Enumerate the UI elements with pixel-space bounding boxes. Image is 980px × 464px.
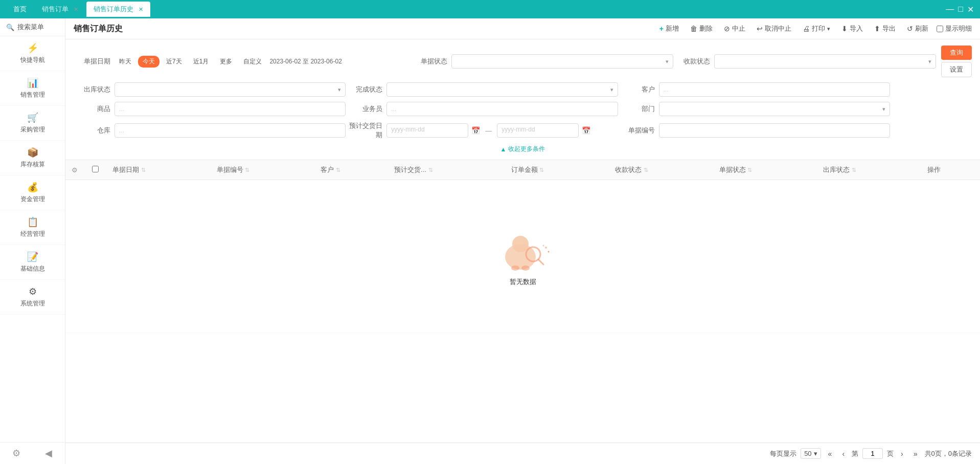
order-status-arrow: ▾ — [666, 58, 669, 65]
data-table: ⚙ 单据日期 ⇅ 单据编号 ⇅ — [65, 160, 980, 333]
delivery-date-field: yyyy-mm-dd 📅 — yyyy-mm-dd 📅 — [386, 123, 618, 138]
query-button[interactable]: 查询 — [941, 46, 972, 60]
customer-field: ... — [659, 82, 890, 97]
date-tag-1month[interactable]: 近1月 — [189, 56, 214, 68]
tab-home[interactable]: 首页 — [6, 2, 34, 17]
th-receipt-status-sort[interactable]: ⇅ — [644, 167, 648, 173]
th-number-sort[interactable]: ⇅ — [245, 167, 249, 173]
sidebar-item-base-info[interactable]: 📝 基础信息 — [0, 245, 65, 280]
close-btn[interactable]: ✕ — [967, 5, 974, 14]
sidebar-settings-btn[interactable]: ⚙ — [0, 443, 33, 464]
th-checkbox — [86, 160, 106, 180]
th-number-label: 单据编号 — [217, 166, 243, 173]
customer-input[interactable]: ... — [659, 82, 890, 97]
page-suffix: 页 — [887, 449, 894, 458]
date-tag-today[interactable]: 今天 — [138, 56, 159, 68]
tab-sales-order-history-close[interactable]: ✕ — [139, 6, 143, 13]
minimize-btn[interactable]: — — [946, 5, 954, 14]
next-page-btn[interactable]: › — [898, 449, 906, 459]
th-receipt-status-label: 收款状态 — [615, 166, 642, 173]
sidebar-item-quick-nav[interactable]: ⚡ 快捷导航 — [0, 36, 65, 71]
department-select[interactable]: ▾ — [659, 102, 890, 116]
goods-field: ... — [115, 102, 346, 116]
print-label: 打印 — [812, 24, 825, 33]
salesperson-input[interactable]: ... — [386, 102, 618, 116]
stop-button[interactable]: ⊘ 中止 — [721, 23, 748, 35]
svg-point-4 — [545, 247, 547, 249]
sidebar-item-purchase-mgmt[interactable]: 🛒 采购管理 — [0, 106, 65, 141]
tab-bar: 首页 销售订单 ✕ 销售订单历史 ✕ — [6, 2, 946, 17]
export-label: 导出 — [882, 24, 896, 33]
set-button[interactable]: 设置 — [941, 62, 972, 77]
date-tag-7days[interactable]: 近7天 — [162, 56, 187, 68]
select-all-checkbox[interactable] — [92, 166, 99, 172]
sidebar-item-finance[interactable]: 💰 资金管理 — [0, 175, 65, 210]
export-button[interactable]: ⬆ 导出 — [871, 23, 899, 35]
warehouse-input[interactable]: ... — [115, 123, 346, 138]
import-button[interactable]: ⬇ 导入 — [838, 23, 866, 35]
sidebar-item-operations[interactable]: 📋 经营管理 — [0, 210, 65, 245]
refresh-button[interactable]: ↺ 刷新 — [904, 23, 931, 35]
th-amount-sort[interactable]: ⇅ — [539, 167, 544, 173]
tab-sales-order-history[interactable]: 销售订单历史 ✕ — [86, 2, 150, 17]
tab-sales-order-history-label: 销售订单历史 — [94, 5, 133, 14]
delivery-date-to[interactable]: yyyy-mm-dd — [497, 123, 579, 138]
th-date-label: 单据日期 — [112, 166, 139, 173]
tab-sales-order-close[interactable]: ✕ — [74, 6, 78, 13]
complete-select[interactable]: ▾ — [386, 82, 618, 97]
svg-point-6 — [542, 245, 544, 247]
order-status-select[interactable]: ▾ — [451, 54, 673, 69]
th-delivery-sort[interactable]: ⇅ — [428, 167, 433, 173]
complete-arrow: ▾ — [610, 86, 613, 93]
th-customer-sort[interactable]: ⇅ — [336, 167, 340, 173]
new-icon: + — [659, 25, 664, 33]
cal-to-icon[interactable]: 📅 — [582, 126, 590, 135]
delete-button[interactable]: 🗑 删除 — [687, 23, 716, 35]
sidebar-item-sales-mgmt[interactable]: 📊 销售管理 — [0, 71, 65, 106]
department-field: ▾ — [659, 102, 890, 116]
filter-area: 单据日期 昨天 今天 近7天 近1月 更多 自定义 2023-06-02 至 2… — [65, 39, 980, 160]
operations-icon: 📋 — [27, 216, 38, 228]
complete-label: 完成状态 — [346, 85, 386, 94]
th-outbound-status-sort[interactable]: ⇅ — [852, 167, 856, 173]
per-page-select[interactable]: 50 ▾ — [801, 448, 821, 459]
table-body: 暂无数据 — [65, 180, 980, 333]
sidebar-item-inventory[interactable]: 📦 库存核算 — [0, 141, 65, 175]
last-page-btn[interactable]: » — [910, 449, 921, 459]
table-settings-icon[interactable]: ⚙ — [72, 166, 78, 174]
th-order-status-sort[interactable]: ⇅ — [747, 167, 752, 173]
tab-sales-order[interactable]: 销售订单 ✕ — [35, 2, 85, 17]
content-area: 销售订单历史 + 新增 🗑 删除 ⊘ 中止 ↩ 取消中止 — [65, 18, 980, 464]
goods-input[interactable]: ... — [115, 102, 346, 116]
outbound-arrow: ▾ — [338, 86, 341, 93]
cancel-stop-button[interactable]: ↩ 取消中止 — [754, 23, 794, 35]
cal-from-icon[interactable]: 📅 — [471, 126, 480, 135]
first-page-btn[interactable]: « — [825, 449, 835, 459]
print-button[interactable]: 🖨 打印 — [800, 23, 833, 35]
date-tag-yesterday[interactable]: 昨天 — [115, 56, 136, 68]
order-num-field — [659, 123, 890, 138]
outbound-select[interactable]: ▾ — [115, 82, 346, 97]
complete-field: ▾ — [386, 82, 618, 97]
th-date-sort[interactable]: ⇅ — [141, 167, 146, 173]
receipt-status-arrow: ▾ — [928, 58, 931, 65]
page-label: 第 — [852, 449, 858, 458]
prev-page-btn[interactable]: ‹ — [839, 449, 848, 459]
collapse-button[interactable]: ▲ 收起更多条件 — [74, 145, 972, 153]
show-detail-toggle[interactable]: 显示明细 — [937, 24, 972, 33]
filter-row-1: 单据日期 昨天 今天 近7天 近1月 更多 自定义 2023-06-02 至 2… — [74, 46, 972, 77]
th-outbound-status: 出库状态 ⇅ — [817, 160, 921, 180]
page-input[interactable] — [862, 448, 883, 459]
maximize-btn[interactable]: □ — [958, 5, 963, 14]
receipt-status-select[interactable]: ▾ — [714, 54, 936, 69]
new-button[interactable]: + 新增 — [656, 23, 682, 35]
delivery-date-from[interactable]: yyyy-mm-dd — [386, 123, 468, 138]
date-tag-more[interactable]: 更多 — [215, 56, 237, 68]
date-tag-custom[interactable]: 自定义 — [239, 56, 266, 68]
order-num-input[interactable] — [659, 123, 890, 138]
show-detail-checkbox-input[interactable] — [937, 26, 943, 32]
sidebar-item-sys-mgmt[interactable]: ⚙ 系统管理 — [0, 280, 65, 315]
delivery-date-to-placeholder: yyyy-mm-dd — [502, 126, 535, 133]
sidebar-search[interactable]: 🔍 搜索菜单 — [0, 18, 65, 36]
sidebar-collapse-btn[interactable]: ◀ — [33, 443, 65, 464]
